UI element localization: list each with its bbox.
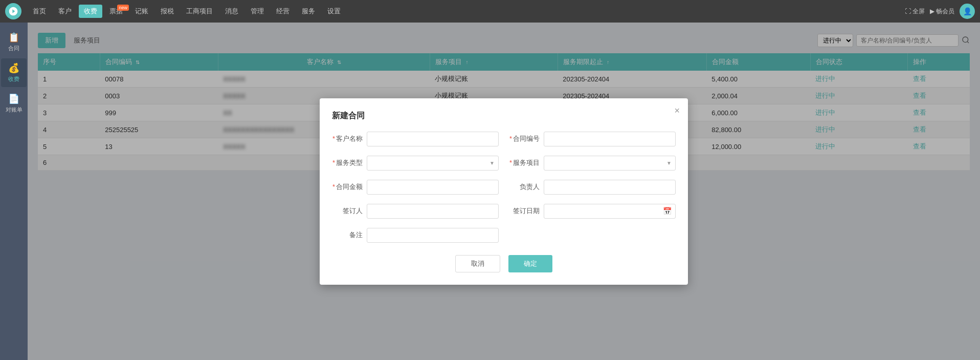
modal-title: 新建合同 [332, 111, 676, 121]
nav-tax[interactable]: 报税 [155, 5, 179, 18]
calendar-icon[interactable]: 📅 [663, 207, 672, 215]
contract-amount-input[interactable]: 0.00 [367, 180, 499, 195]
nav-manage[interactable]: 管理 [246, 5, 269, 18]
remarks-label: 备注 [332, 230, 363, 240]
nav-home[interactable]: 首页 [28, 5, 51, 18]
nav-billing[interactable]: 收费 [79, 5, 102, 18]
service-type-field: *服务类型 [332, 156, 499, 171]
contract-amount-label: *合同金额 [332, 182, 363, 192]
service-type-label: *服务类型 [332, 158, 363, 167]
sign-date-input[interactable]: 2023-06-06 [544, 204, 676, 219]
form-row-5: 备注 [332, 228, 676, 243]
confirm-button[interactable]: 确定 [508, 255, 552, 272]
new-contract-modal: 新建合同 × *客户名称 *合同编号 [320, 98, 688, 285]
user-avatar[interactable]: 👤 [960, 4, 975, 19]
billing-icon: 💰 [8, 62, 19, 74]
customer-name-input[interactable] [367, 132, 499, 146]
service-type-select-wrap [367, 156, 499, 171]
form-row-4: 签订人 签订日期 2023-06-06 📅 [332, 204, 676, 219]
nav-bookkeeping[interactable]: 记账 [130, 5, 153, 18]
person-in-charge-field: 负责人 [509, 180, 676, 195]
service-item-select-wrap [544, 156, 676, 171]
nav-customer[interactable]: 客户 [53, 5, 77, 18]
sidebar-item-billing[interactable]: 💰 收费 [1, 58, 27, 87]
fullscreen-button[interactable]: ⛶ 全屏 [905, 7, 925, 16]
service-item-label: *服务项目 [509, 158, 540, 167]
contract-amount-field: *合同金额 0.00 [332, 180, 499, 195]
nav-message[interactable]: 消息 [220, 5, 243, 18]
member-button[interactable]: ▶ 畅会员 [930, 7, 954, 16]
new-badge: new [117, 5, 129, 11]
contract-icon: 📋 [8, 32, 19, 43]
nav-invoice[interactable]: 票据 new [104, 5, 128, 18]
fullscreen-icon: ⛶ [905, 8, 911, 15]
modal-close-button[interactable]: × [674, 105, 680, 116]
sidebar: 📋 合同 💰 收费 📄 对账单 [0, 23, 28, 360]
main-layout: 📋 合同 💰 收费 📄 对账单 新增 服务项目 进行中 全部 已完成 已终止 [0, 23, 980, 360]
modal-overlay[interactable]: 新建合同 × *客户名称 *合同编号 [28, 23, 980, 360]
cancel-button[interactable]: 取消 [455, 255, 500, 272]
contract-no-field: *合同编号 [509, 132, 676, 146]
service-item-field: *服务项目 [509, 156, 676, 171]
sidebar-item-contract[interactable]: 📋 合同 [1, 28, 27, 56]
sidebar-item-reconciliation[interactable]: 📄 对账单 [1, 89, 27, 118]
form-row-2: *服务类型 *服务项目 [332, 156, 676, 171]
service-type-select[interactable] [367, 156, 499, 171]
reconciliation-icon: 📄 [8, 93, 19, 104]
customer-name-field: *客户名称 [332, 132, 499, 146]
form-row-1: *客户名称 *合同编号 [332, 132, 676, 146]
signer-label: 签订人 [332, 206, 363, 216]
customer-name-label: *客户名称 [332, 134, 363, 143]
nav-business[interactable]: 工商项目 [181, 5, 218, 18]
signer-input[interactable] [367, 204, 499, 219]
service-item-select[interactable] [544, 156, 676, 171]
modal-footer: 取消 确定 [332, 255, 676, 272]
member-icon: ▶ [930, 8, 934, 15]
sign-date-wrap: 2023-06-06 📅 [544, 204, 676, 219]
nav-settings[interactable]: 设置 [322, 5, 346, 18]
nav-operation[interactable]: 经营 [271, 5, 295, 18]
sign-date-label: 签订日期 [509, 206, 540, 216]
signer-field: 签订人 [332, 204, 499, 219]
nav-right-area: ⛶ 全屏 ▶ 畅会员 👤 [905, 4, 975, 19]
top-navigation: 首页 客户 收费 票据 new 记账 报税 工商项目 消息 管理 经营 服务 设… [0, 0, 980, 23]
contract-no-input[interactable] [544, 132, 676, 146]
contract-no-label: *合同编号 [509, 134, 540, 143]
app-logo [5, 3, 21, 19]
remarks-input[interactable] [367, 228, 499, 243]
content-area: 新增 服务项目 进行中 全部 已完成 已终止 [28, 23, 980, 360]
remarks-field: 备注 [332, 228, 499, 243]
person-in-charge-label: 负责人 [509, 182, 540, 192]
sign-date-field: 签订日期 2023-06-06 📅 [509, 204, 676, 219]
form-row-3: *合同金额 0.00 负责人 [332, 180, 676, 195]
nav-service[interactable]: 服务 [297, 5, 320, 18]
person-in-charge-input[interactable] [544, 180, 676, 195]
